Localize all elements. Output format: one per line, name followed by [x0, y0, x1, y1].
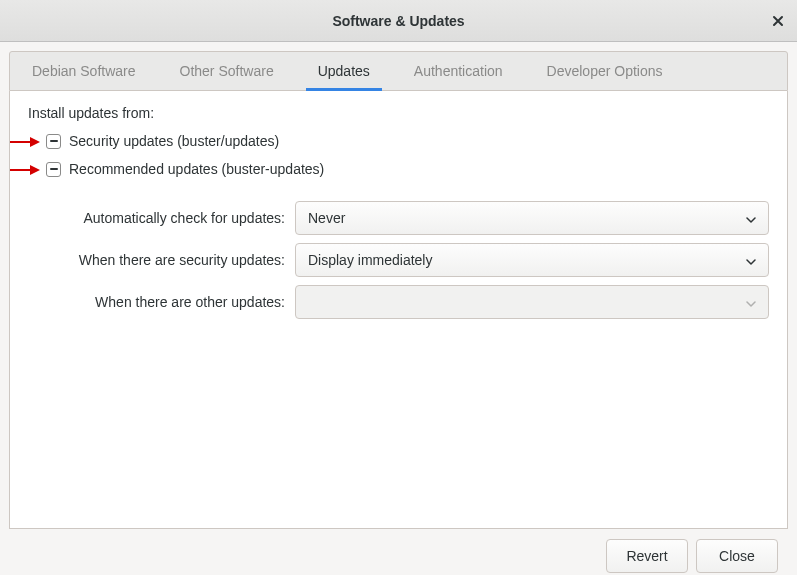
- chevron-down-icon: [746, 294, 756, 310]
- checkbox-label-recommended[interactable]: Recommended updates (buster-updates): [69, 161, 324, 177]
- tab-developer-options[interactable]: Developer Options: [525, 52, 685, 90]
- auto-check-label: Automatically check for updates:: [20, 210, 295, 226]
- indeterminate-icon: [50, 140, 58, 143]
- security-updates-dropdown[interactable]: Display immediately: [295, 243, 769, 277]
- security-updates-value: Display immediately: [308, 252, 432, 268]
- auto-check-dropdown[interactable]: Never: [295, 201, 769, 235]
- auto-check-value: Never: [308, 210, 345, 226]
- dialog-footer: Revert Close: [9, 529, 788, 573]
- install-from-label: Install updates from:: [28, 105, 769, 121]
- tab-bar: Debian Software Other Software Updates A…: [9, 51, 788, 91]
- source-security-updates: Security updates (buster/updates): [46, 133, 769, 149]
- checkbox-recommended-updates[interactable]: [46, 162, 61, 177]
- close-button[interactable]: Close: [696, 539, 778, 573]
- other-updates-dropdown: [295, 285, 769, 319]
- security-updates-label: When there are security updates:: [20, 252, 295, 268]
- checkbox-security-updates[interactable]: [46, 134, 61, 149]
- source-recommended-updates: Recommended updates (buster-updates): [46, 161, 769, 177]
- indeterminate-icon: [50, 168, 58, 171]
- annotation-arrow-icon: [10, 135, 40, 147]
- tab-debian-software[interactable]: Debian Software: [10, 52, 158, 90]
- chevron-down-icon: [746, 210, 756, 226]
- tab-authentication[interactable]: Authentication: [392, 52, 525, 90]
- updates-panel: Install updates from: Security updates (…: [9, 91, 788, 529]
- checkbox-label-security[interactable]: Security updates (buster/updates): [69, 133, 279, 149]
- annotation-arrow-icon: [10, 163, 40, 175]
- window-title: Software & Updates: [332, 13, 464, 29]
- tab-other-software[interactable]: Other Software: [158, 52, 296, 90]
- svg-marker-1: [30, 137, 40, 147]
- other-updates-label: When there are other updates:: [20, 294, 295, 310]
- titlebar: Software & Updates: [0, 0, 797, 42]
- chevron-down-icon: [746, 252, 756, 268]
- tab-updates[interactable]: Updates: [296, 52, 392, 90]
- revert-button[interactable]: Revert: [606, 539, 688, 573]
- svg-marker-3: [30, 165, 40, 175]
- close-icon[interactable]: [771, 14, 785, 28]
